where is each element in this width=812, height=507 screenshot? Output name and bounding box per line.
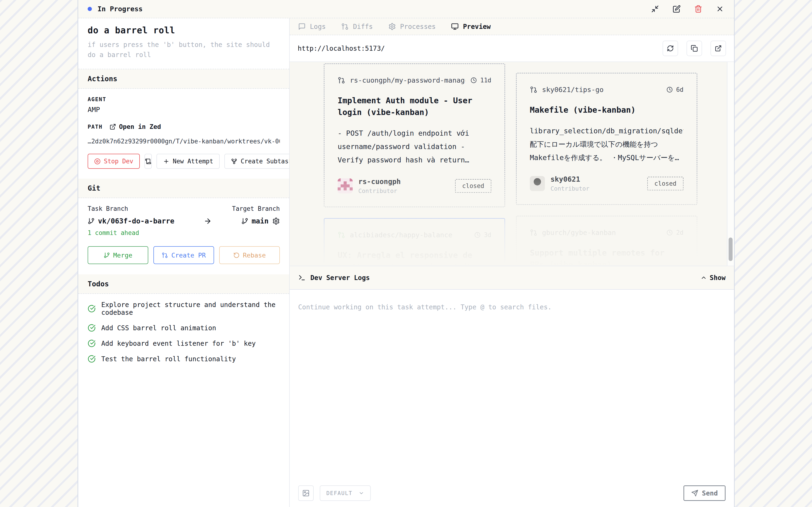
preview-iframe: rs-cuongph/my-password-management 11d Im… — [290, 62, 734, 266]
plus-icon — [163, 158, 169, 165]
url-bar: http://localhost:5173/ — [290, 35, 734, 62]
model-select-dropdown[interactable]: DEFAULT — [320, 486, 371, 501]
refresh-icon — [667, 45, 674, 52]
copy-icon — [691, 45, 698, 52]
edit-icon[interactable] — [672, 4, 681, 14]
message-input[interactable]: Continue working on this task attempt...… — [298, 303, 725, 311]
image-icon — [302, 490, 310, 497]
kanban-card-selected[interactable]: alcibiadesc/happy-balance 3d UX: Arregla… — [324, 218, 505, 266]
scrollbar — [727, 62, 734, 266]
open-in-zed-link[interactable]: Open in Zed — [109, 123, 161, 130]
target-branch-label: Target Branch — [232, 205, 280, 212]
clock-icon — [666, 87, 673, 93]
list-item: Test the barrel roll functionality — [88, 355, 280, 363]
gear-icon — [388, 23, 396, 30]
titlebar-actions — [650, 4, 725, 14]
git-section-header: Git — [78, 179, 289, 198]
refresh-button[interactable] — [663, 41, 678, 56]
commit-ahead-status: 1 commit ahead — [88, 229, 280, 236]
dialog-titlebar: In Progress — [78, 0, 734, 18]
card-age: 11d — [470, 77, 491, 84]
kanban-card[interactable]: gburch/gybe-kanban 2d Support multiple r… — [516, 216, 697, 266]
create-pr-button[interactable]: Create PR — [153, 246, 214, 264]
branch-settings-gear-icon[interactable] — [272, 217, 280, 225]
list-item: Add keyboard event listener for 'b' key — [88, 339, 280, 347]
task-description: if users press the 'b' button, the site … — [88, 40, 280, 60]
external-link-icon — [109, 123, 116, 130]
new-attempt-button[interactable]: New Attempt — [156, 154, 220, 169]
stop-circle-icon — [94, 158, 101, 165]
tab-logs[interactable]: Logs — [298, 23, 326, 31]
close-icon[interactable] — [715, 4, 725, 14]
agent-value: AMP — [88, 106, 280, 114]
check-circle-icon — [88, 339, 96, 347]
card-body: library_selection/db_migration/sqldef 配下… — [530, 124, 683, 164]
send-button[interactable]: Send — [683, 486, 725, 501]
check-circle-icon — [88, 355, 96, 363]
preview-panel: Logs Diffs Processes Preview — [290, 18, 734, 507]
url-input[interactable]: http://localhost:5173/ — [298, 45, 385, 52]
actions-section-header: Actions — [78, 69, 289, 89]
card-body: - POST /auth/login endpoint với username… — [338, 126, 491, 167]
status-badge: closed — [455, 179, 491, 193]
git-pull-request-icon — [162, 252, 168, 259]
tab-processes[interactable]: Processes — [388, 23, 436, 31]
git-branch-icon — [88, 218, 95, 225]
minimize-icon[interactable] — [650, 4, 660, 14]
card-author: sky0621 — [551, 175, 590, 183]
message-composer: Continue working on this task attempt...… — [290, 290, 734, 507]
copy-url-button[interactable] — [687, 41, 702, 56]
merge-button[interactable]: Merge — [88, 246, 148, 264]
external-link-icon — [715, 45, 722, 52]
rebase-button[interactable]: Rebase — [219, 246, 280, 264]
card-title: Support multiple remotes for PRs (vibe-k… — [530, 247, 683, 266]
git-merge-icon — [104, 252, 110, 259]
git-pull-request-icon — [338, 76, 345, 84]
create-subtask-button[interactable]: Create Subtask — [224, 154, 290, 169]
message-square-icon — [298, 23, 306, 30]
tab-preview[interactable]: Preview — [451, 23, 491, 31]
scrollbar-thumb[interactable] — [728, 237, 732, 261]
target-branch-value: main — [241, 217, 268, 225]
avatar — [338, 178, 353, 193]
stop-dev-button[interactable]: Stop Dev — [88, 154, 140, 169]
todos-section-header: Todos — [78, 274, 289, 294]
card-role: Contributor — [551, 185, 590, 192]
card-role: Contributor — [358, 187, 401, 194]
chevron-down-icon — [359, 490, 364, 496]
rotate-icon — [233, 252, 240, 259]
git-section: Task Branch Target Branch vk/063f-do-a-b… — [78, 198, 289, 274]
status-dot-icon — [88, 7, 92, 11]
card-title: Implement Auth module - User login (vibe… — [338, 95, 491, 118]
card-author: rs-cuongph — [358, 177, 401, 186]
tab-bar: Logs Diffs Processes Preview — [290, 18, 734, 35]
list-item: Add CSS barrel roll animation — [88, 324, 280, 332]
tab-diffs[interactable]: Diffs — [341, 23, 373, 31]
page-title: do a barrel roll — [88, 25, 280, 36]
kanban-card[interactable]: sky0621/tips-go 6d Makefile (vibe-kanban… — [516, 73, 697, 205]
terminal-icon — [298, 274, 306, 281]
worktree-path: …2dz0k7n62z93299r0000gn/T/vibe-kanban/wo… — [88, 138, 280, 145]
kanban-card[interactable]: rs-cuongph/my-password-management 11d Im… — [324, 63, 505, 207]
clock-icon — [470, 77, 477, 83]
avatar — [530, 176, 545, 191]
dev-logs-script-button[interactable] — [145, 154, 152, 169]
card-title: UX: Arregla el responsive de toolbar en … — [338, 249, 491, 266]
card-age: 3d — [474, 231, 491, 238]
open-external-button[interactable] — [711, 41, 726, 56]
app-background: In Progress do a barrel r — [0, 0, 812, 507]
task-sidebar: do a barrel roll if users press the 'b' … — [78, 18, 290, 507]
arrow-right-icon — [204, 217, 212, 225]
chevron-up-icon — [700, 274, 707, 281]
clock-icon — [474, 232, 481, 238]
attach-image-button[interactable] — [298, 486, 314, 501]
list-item: Explore project structure and understand… — [88, 301, 280, 317]
monitor-icon — [451, 23, 459, 30]
git-pull-request-icon — [338, 231, 345, 239]
delete-icon[interactable] — [694, 4, 703, 14]
clock-icon — [666, 230, 673, 236]
task-dialog: In Progress do a barrel r — [78, 0, 735, 507]
card-age: 2d — [666, 229, 683, 236]
agent-label: AGENT — [88, 96, 280, 102]
show-logs-button[interactable]: Show — [700, 274, 725, 282]
